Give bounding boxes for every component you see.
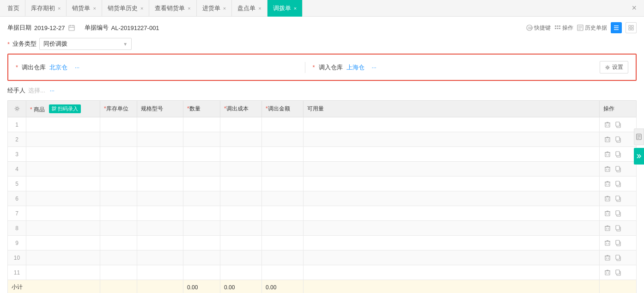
row-qty[interactable] xyxy=(183,265,220,280)
tab-close-transfer[interactable]: × xyxy=(294,6,297,11)
row-qty[interactable] xyxy=(183,132,220,147)
row-product[interactable] xyxy=(26,177,100,191)
row-spec[interactable] xyxy=(137,162,183,177)
warehouse-in-value[interactable]: 上海仓 xyxy=(346,63,365,72)
tab-purchase[interactable]: 进货单 × xyxy=(197,0,232,17)
tab-transfer[interactable]: 调拨单 × xyxy=(267,0,303,17)
row-qty[interactable] xyxy=(183,147,220,162)
row-amount[interactable] xyxy=(262,147,304,162)
view-toggle-lines[interactable] xyxy=(611,22,622,33)
copy-row-icon[interactable] xyxy=(614,121,623,129)
sidebar-notes-icon[interactable] xyxy=(634,128,644,145)
person-ellipsis[interactable]: ··· xyxy=(50,87,55,94)
copy-row-icon[interactable] xyxy=(614,254,623,262)
row-amount[interactable] xyxy=(262,177,304,191)
copy-row-icon[interactable] xyxy=(614,209,623,218)
row-qty[interactable] xyxy=(183,221,220,236)
delete-row-icon[interactable] xyxy=(603,209,612,218)
row-amount[interactable] xyxy=(262,117,304,132)
row-spec[interactable] xyxy=(137,250,183,265)
tab-inventory[interactable]: 盘点单 × xyxy=(232,0,267,17)
row-unit[interactable] xyxy=(100,147,137,162)
row-amount[interactable] xyxy=(262,206,304,221)
delete-row-icon[interactable] xyxy=(603,135,612,144)
row-unit[interactable] xyxy=(100,117,137,132)
row-unit[interactable] xyxy=(100,236,137,250)
row-amount[interactable] xyxy=(262,221,304,236)
copy-row-icon[interactable] xyxy=(614,165,623,173)
person-select[interactable]: 选择... xyxy=(28,86,45,95)
row-product[interactable] xyxy=(26,265,100,280)
view-toggle-grid[interactable] xyxy=(626,22,637,33)
row-product[interactable] xyxy=(26,117,100,132)
row-qty[interactable] xyxy=(183,117,220,132)
settings-button[interactable]: 设置 xyxy=(600,61,628,73)
row-product[interactable] xyxy=(26,147,100,162)
delete-row-icon[interactable] xyxy=(603,269,612,277)
row-spec[interactable] xyxy=(137,265,183,280)
row-cost[interactable] xyxy=(220,147,262,162)
row-unit[interactable] xyxy=(100,221,137,236)
row-amount[interactable] xyxy=(262,250,304,265)
row-spec[interactable] xyxy=(137,177,183,191)
row-qty[interactable] xyxy=(183,177,220,191)
shortcut-action[interactable]: ⌨ 快捷键 xyxy=(526,24,551,32)
row-amount[interactable] xyxy=(262,236,304,250)
copy-row-icon[interactable] xyxy=(614,180,623,188)
tab-close-purchase[interactable]: × xyxy=(223,6,226,11)
row-qty[interactable] xyxy=(183,206,220,221)
operations-action[interactable]: 操作 xyxy=(554,24,573,32)
row-spec[interactable] xyxy=(137,191,183,206)
row-cost[interactable] xyxy=(220,117,262,132)
date-value[interactable]: 2019-12-27 xyxy=(34,24,65,31)
row-spec[interactable] xyxy=(137,221,183,236)
row-product[interactable] xyxy=(26,236,100,250)
tab-sales-history[interactable]: 销货单历史 × xyxy=(102,0,149,17)
row-unit[interactable] xyxy=(100,177,137,191)
delete-row-icon[interactable] xyxy=(603,150,612,159)
row-unit[interactable] xyxy=(100,132,137,147)
row-qty[interactable] xyxy=(183,191,220,206)
row-cost[interactable] xyxy=(220,221,262,236)
delete-row-icon[interactable] xyxy=(603,239,612,247)
tab-close-inventory[interactable]: × xyxy=(258,6,261,11)
tab-close-view-sales[interactable]: × xyxy=(188,6,190,11)
copy-row-icon[interactable] xyxy=(614,224,623,232)
row-spec[interactable] xyxy=(137,117,183,132)
row-product[interactable] xyxy=(26,191,100,206)
calendar-icon[interactable] xyxy=(68,24,75,31)
row-amount[interactable] xyxy=(262,191,304,206)
tab-close-sales-order[interactable]: × xyxy=(93,6,96,11)
row-spec[interactable] xyxy=(137,147,183,162)
row-spec[interactable] xyxy=(137,206,183,221)
row-cost[interactable] xyxy=(220,177,262,191)
column-settings-icon[interactable] xyxy=(13,104,21,113)
sidebar-expand-icon[interactable] xyxy=(634,148,644,165)
row-spec[interactable] xyxy=(137,132,183,147)
copy-row-icon[interactable] xyxy=(614,135,623,144)
delete-row-icon[interactable] xyxy=(603,121,612,129)
row-qty[interactable] xyxy=(183,250,220,265)
row-product[interactable] xyxy=(26,221,100,236)
warehouse-in-ellipsis[interactable]: ··· xyxy=(372,64,377,71)
delete-row-icon[interactable] xyxy=(603,254,612,262)
row-amount[interactable] xyxy=(262,162,304,177)
copy-row-icon[interactable] xyxy=(614,269,623,277)
row-qty[interactable] xyxy=(183,236,220,250)
warehouse-out-ellipsis[interactable]: ··· xyxy=(75,64,79,71)
tab-initial-stock[interactable]: 库存期初 × xyxy=(25,0,67,17)
row-cost[interactable] xyxy=(220,236,262,250)
scan-entry-button[interactable]: 扫码录入 xyxy=(49,104,81,113)
copy-row-icon[interactable] xyxy=(614,239,623,247)
row-product[interactable] xyxy=(26,250,100,265)
row-unit[interactable] xyxy=(100,162,137,177)
delete-row-icon[interactable] xyxy=(603,180,612,188)
row-qty[interactable] xyxy=(183,162,220,177)
row-cost[interactable] xyxy=(220,250,262,265)
copy-row-icon[interactable] xyxy=(614,195,623,203)
delete-row-icon[interactable] xyxy=(603,195,612,203)
warehouse-out-value[interactable]: 北京仓 xyxy=(49,63,67,72)
row-cost[interactable] xyxy=(220,265,262,280)
copy-row-icon[interactable] xyxy=(614,150,623,159)
row-unit[interactable] xyxy=(100,206,137,221)
